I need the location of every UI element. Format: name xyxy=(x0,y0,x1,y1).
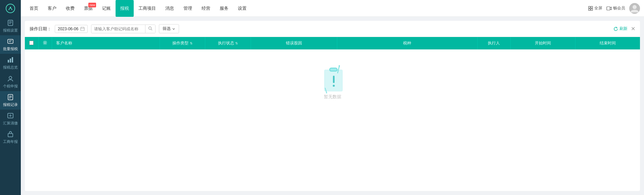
sidebar-item-gongshang-nianbao-label: 工商年报 xyxy=(3,140,18,144)
table-header-start-time: 开始时间 xyxy=(510,37,575,49)
nav-shoufei[interactable]: 收费 xyxy=(61,0,79,17)
svg-rect-22 xyxy=(591,6,593,8)
table-header-gear[interactable] xyxy=(38,37,52,49)
sidebar-item-huisuan-jiaona[interactable]: 汇算清缴 xyxy=(0,110,21,128)
refresh-button[interactable]: 刷新 xyxy=(613,26,628,32)
search-button[interactable] xyxy=(145,25,155,33)
empty-icon xyxy=(319,63,346,90)
select-all-checkbox[interactable] xyxy=(29,41,34,45)
chevron-down-icon xyxy=(172,27,175,31)
nav-piaoju[interactable]: 票据 new xyxy=(79,0,97,17)
empty-state: 暂无数据 xyxy=(25,49,640,113)
svg-point-42 xyxy=(339,65,340,67)
nav-shezhi[interactable]: 设置 xyxy=(233,0,251,17)
table-header-operation-type: 操作类型 ⇅ xyxy=(160,37,205,49)
svg-rect-9 xyxy=(8,60,9,63)
baoshui-zonglan-icon xyxy=(7,56,14,64)
refresh-icon xyxy=(613,27,618,31)
svg-point-12 xyxy=(9,76,12,79)
member-button[interactable]: 畅会员 xyxy=(606,5,625,11)
search-icon xyxy=(148,26,153,31)
svg-rect-23 xyxy=(589,9,590,10)
sidebar-logo xyxy=(0,0,21,17)
member-label: 畅会员 xyxy=(613,5,625,11)
search-input[interactable] xyxy=(91,25,145,33)
huisuan-jiaona-icon xyxy=(7,112,14,120)
video-icon xyxy=(606,6,612,11)
baoshui-jilu-icon xyxy=(7,94,14,102)
svg-line-33 xyxy=(151,29,153,30)
filter-label: 筛选 xyxy=(163,26,171,32)
piliang-baoshui-icon xyxy=(7,38,14,46)
sidebar-item-geshuishenb-label: 个税申报 xyxy=(3,84,18,88)
nav-xiaoxi[interactable]: 消息 xyxy=(161,0,179,17)
date-input[interactable]: 2023-06-06 xyxy=(55,25,88,33)
fullscreen-label: 全屏 xyxy=(594,5,602,11)
svg-point-44 xyxy=(326,92,327,93)
content-card: 操作日期： 2023-06-06 筛选 xyxy=(25,21,640,191)
sidebar-item-baoshui-zonglan[interactable]: 报税总览 xyxy=(0,54,21,72)
svg-point-34 xyxy=(44,42,46,44)
table-header-customer-name: 客户名称 xyxy=(52,37,160,49)
date-label: 操作日期： xyxy=(30,26,51,32)
svg-point-27 xyxy=(633,5,637,9)
table-header-tax-type: 税种 xyxy=(337,37,478,49)
sidebar: 报税设置 批量报税 报税总览 个税申报 报税记录 汇算清缴 工商年报 xyxy=(0,0,21,195)
filter-button[interactable]: 筛选 xyxy=(159,24,179,33)
svg-rect-10 xyxy=(10,58,11,63)
table-header-checkbox xyxy=(25,37,38,49)
sidebar-item-baoshui-shezhi-label: 报税设置 xyxy=(3,28,18,33)
sidebar-item-piliang-baoshui-label: 批量报税 xyxy=(3,47,18,51)
table-header-exec-status: 执行状态 ⇅ xyxy=(205,37,251,49)
sidebar-item-baoshui-zonglan-label: 报税总览 xyxy=(3,65,18,70)
table-container: 客户名称 操作类型 ⇅ 执行状态 ⇅ 错误股因 税种 执行人 开始时间 结束时间 xyxy=(25,37,640,191)
sidebar-item-gongshang-nianbao[interactable]: 工商年报 xyxy=(0,128,21,147)
data-table: 客户名称 操作类型 ⇅ 执行状态 ⇅ 错误股因 税种 执行人 开始时间 结束时间 xyxy=(25,37,640,49)
refresh-label: 刷新 xyxy=(619,26,628,32)
svg-rect-39 xyxy=(333,76,335,83)
sidebar-item-baoshui-shezhi[interactable]: 报税设置 xyxy=(0,17,21,35)
search-box xyxy=(91,25,156,33)
gear-icon xyxy=(43,40,47,45)
toolbar: 操作日期： 2023-06-06 筛选 xyxy=(25,21,640,37)
sidebar-item-baoshui-jilu[interactable]: 报税记录 xyxy=(0,91,21,110)
fullscreen-icon xyxy=(588,6,593,11)
gongshang-nianbao-icon xyxy=(7,131,14,139)
toolbar-right: 刷新 ✕ xyxy=(613,26,635,32)
main-area: 首页 客户 收费 票据 new 记账 报税 工商项目 消息 管理 经营 xyxy=(21,0,644,195)
svg-point-32 xyxy=(149,27,152,29)
nav-jizhang[interactable]: 记账 xyxy=(97,0,116,17)
svg-rect-24 xyxy=(591,9,593,10)
svg-rect-25 xyxy=(607,7,610,10)
top-navigation: 首页 客户 收费 票据 new 记账 报税 工商项目 消息 管理 经营 xyxy=(21,0,644,17)
svg-rect-20 xyxy=(8,133,13,137)
close-button[interactable]: ✕ xyxy=(631,26,635,32)
nav-customer[interactable]: 客户 xyxy=(43,0,61,17)
sidebar-item-piliang-baoshui[interactable]: 批量报税 xyxy=(0,35,21,54)
svg-rect-11 xyxy=(12,57,13,63)
table-header-error-reason: 错误股因 xyxy=(251,37,337,49)
svg-rect-21 xyxy=(589,6,590,8)
new-badge: new xyxy=(88,3,96,7)
nav-gongshang[interactable]: 工商项目 xyxy=(134,0,161,17)
nav-baoshui[interactable]: 报税 xyxy=(116,0,134,17)
svg-rect-38 xyxy=(330,69,337,71)
sidebar-item-huisuan-jiaona-label: 汇算清缴 xyxy=(3,121,18,125)
nav-jingying[interactable]: 经营 xyxy=(197,0,215,17)
svg-rect-28 xyxy=(81,27,84,31)
table-header-executor: 执行人 xyxy=(477,37,510,49)
table-header-end-time: 结束时间 xyxy=(575,37,640,49)
calendar-icon xyxy=(80,27,85,31)
nav-homepage[interactable]: 首页 xyxy=(25,0,43,17)
content-area: 操作日期： 2023-06-06 筛选 xyxy=(21,17,644,195)
sidebar-item-geshuishenb[interactable]: 个税申报 xyxy=(0,73,21,91)
svg-rect-6 xyxy=(8,39,13,43)
svg-rect-2 xyxy=(8,20,13,26)
sidebar-item-baoshui-jilu-label: 报税记录 xyxy=(3,103,18,107)
nav-fuwu[interactable]: 服务 xyxy=(215,0,233,17)
nav-guanli[interactable]: 管理 xyxy=(179,0,197,17)
date-value: 2023-06-06 xyxy=(58,27,78,31)
avatar[interactable] xyxy=(629,3,640,14)
topnav-right: 全屏 畅会员 xyxy=(588,3,640,14)
fullscreen-button[interactable]: 全屏 xyxy=(588,5,602,11)
